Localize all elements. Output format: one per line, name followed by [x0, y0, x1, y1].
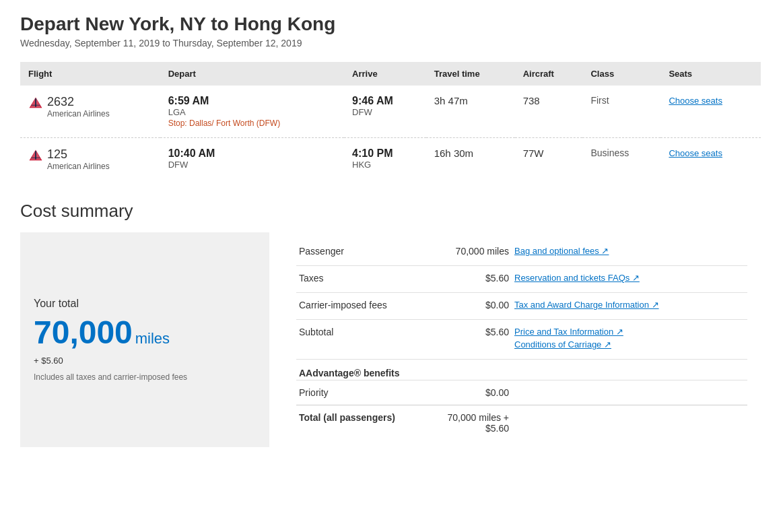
- col-depart: Depart: [160, 62, 344, 86]
- seats-cell-1: Choose seats: [660, 138, 761, 181]
- cost-link-3-1[interactable]: Conditions of Carriage ↗: [514, 339, 745, 350]
- cost-links-1: Reservation and tickets FAQs ↗: [512, 266, 747, 293]
- priority-links: [512, 380, 747, 405]
- cost-row: Taxes $5.60 Reservation and tickets FAQs…: [296, 266, 747, 293]
- cash-amount: + $5.60: [34, 353, 256, 367]
- table-row: 2632 American Airlines 6:59 AM LGA Stop:…: [20, 86, 761, 138]
- cost-summary-title: Cost summary: [20, 201, 761, 222]
- cost-label-1: Taxes: [296, 266, 431, 293]
- includes-text: Includes all taxes and carrier-imposed f…: [34, 372, 256, 382]
- travel-time-value-1: 16h 30m: [434, 147, 507, 159]
- miles-label: miles: [135, 330, 170, 347]
- depart-label: Depart: [20, 13, 80, 34]
- total-value: 70,000 miles + $5.60: [431, 405, 512, 441]
- seats-cell-0: Choose seats: [660, 86, 761, 138]
- cash-plus: + $: [34, 356, 46, 366]
- cost-value-0: 70,000 miles: [431, 239, 512, 266]
- airline-name-1: American Airlines: [47, 162, 110, 171]
- class-cell-1: Business: [582, 138, 660, 181]
- total-row: Total (all passengers) 70,000 miles + $5…: [296, 405, 747, 441]
- arrive-cell-0: 9:46 AM DFW: [344, 86, 426, 138]
- aadvantage-header-row: AAdvantage® benefits: [296, 360, 747, 380]
- total-label: Total (all passengers): [296, 405, 431, 441]
- page-header: Depart New York, NY to Hong Kong Wednesd…: [20, 13, 761, 48]
- cost-link-2-0[interactable]: Tax and Award Charge Information ↗: [514, 300, 745, 310]
- cost-summary-section: Cost summary Your total 70,000 miles + $…: [20, 201, 761, 447]
- depart-airport-1: DFW: [168, 160, 336, 170]
- class-cell-0: First: [582, 86, 660, 138]
- flight-number-0: 2632: [47, 95, 110, 109]
- cost-layout: Your total 70,000 miles + $5.60 Includes…: [20, 232, 761, 447]
- cost-links-0: Bag and optional fees ↗: [512, 239, 747, 266]
- aircraft-code-0: 738: [523, 95, 575, 106]
- cost-link-0-0[interactable]: Bag and optional fees ↗: [514, 246, 745, 256]
- class-value-0: First: [590, 95, 652, 106]
- aadvantage-label: AAdvantage® benefits: [296, 360, 747, 380]
- cost-link-1-0[interactable]: Reservation and tickets FAQs ↗: [514, 273, 745, 283]
- your-total-label: Your total: [34, 298, 256, 310]
- stop-info-0: Stop: Dallas/ Fort Worth (DFW): [168, 119, 336, 128]
- miles-display: 70,000 miles: [34, 315, 256, 351]
- cost-links-3: Price and Tax Information ↗Conditions of…: [512, 320, 747, 360]
- arrive-cell-1: 4:10 PM HKG: [344, 138, 426, 181]
- svg-rect-3: [32, 158, 40, 159]
- priority-row: Priority $0.00: [296, 380, 747, 405]
- route-label: New York, NY to Hong Kong: [85, 13, 335, 34]
- aircraft-cell-1: 77W: [515, 138, 583, 181]
- cost-total-panel: Your total 70,000 miles + $5.60 Includes…: [20, 232, 269, 447]
- table-row: 125 American Airlines 10:40 AM DFW 4:10 …: [20, 138, 761, 181]
- arrive-airport-0: DFW: [352, 107, 418, 117]
- airline-name-0: American Airlines: [47, 109, 110, 119]
- priority-label: Priority: [296, 380, 431, 405]
- flight-cell-0: 2632 American Airlines: [20, 86, 160, 138]
- travel-time-cell-1: 16h 30m: [426, 138, 515, 181]
- cost-label-2: Carrier-imposed fees: [296, 293, 431, 320]
- cost-details-panel: Passenger 70,000 miles Bag and optional …: [269, 232, 761, 447]
- travel-time-cell-0: 3h 47m: [426, 86, 515, 138]
- flight-number-1: 125: [47, 147, 110, 162]
- cost-row: Passenger 70,000 miles Bag and optional …: [296, 239, 747, 266]
- arrive-airport-1: HKG: [352, 160, 418, 170]
- depart-cell-1: 10:40 AM DFW: [160, 138, 344, 181]
- choose-seats-link-1[interactable]: Choose seats: [669, 148, 722, 158]
- cost-label-0: Passenger: [296, 239, 431, 266]
- cost-links-2: Tax and Award Charge Information ↗: [512, 293, 747, 320]
- svg-rect-1: [32, 105, 40, 106]
- col-aircraft: Aircraft: [515, 62, 583, 86]
- cost-row: Carrier-imposed fees $0.00 Tax and Award…: [296, 293, 747, 320]
- class-value-1: Business: [590, 147, 652, 158]
- depart-time-1: 10:40 AM: [168, 147, 336, 160]
- arrive-time-0: 9:46 AM: [352, 95, 418, 107]
- depart-airport-0: LGA: [168, 107, 336, 117]
- cash-value: 5.60: [46, 356, 63, 366]
- col-seats: Seats: [660, 62, 761, 86]
- col-flight: Flight: [20, 62, 160, 86]
- depart-time-0: 6:59 AM: [168, 95, 336, 107]
- flight-cell-1: 125 American Airlines: [20, 138, 160, 181]
- cost-value-2: $0.00: [431, 293, 512, 320]
- table-header-row: Flight Depart Arrive Travel time Aircraf…: [20, 62, 761, 86]
- depart-cell-0: 6:59 AM LGA Stop: Dallas/ Fort Worth (DF…: [160, 86, 344, 138]
- flight-table: Flight Depart Arrive Travel time Aircraf…: [20, 62, 761, 180]
- choose-seats-link-0[interactable]: Choose seats: [669, 96, 722, 106]
- priority-value: $0.00: [431, 380, 512, 405]
- total-links: [512, 405, 747, 441]
- cost-row: Subtotal $5.60 Price and Tax Information…: [296, 320, 747, 360]
- aircraft-code-1: 77W: [523, 147, 575, 159]
- arrive-time-1: 4:10 PM: [352, 147, 418, 160]
- cost-label-3: Subtotal: [296, 320, 431, 360]
- cost-value-3: $5.60: [431, 320, 512, 360]
- cost-link-3-0[interactable]: Price and Tax Information ↗: [514, 327, 745, 337]
- col-class: Class: [582, 62, 660, 86]
- miles-amount: 70,000: [34, 314, 133, 350]
- col-travel-time: Travel time: [426, 62, 515, 86]
- cost-value-1: $5.60: [431, 266, 512, 293]
- aircraft-cell-0: 738: [515, 86, 583, 138]
- page-subtitle: Wednesday, September 11, 2019 to Thursda…: [20, 38, 761, 48]
- page-title: Depart New York, NY to Hong Kong: [20, 13, 761, 35]
- cost-details-table: Passenger 70,000 miles Bag and optional …: [296, 239, 747, 440]
- travel-time-value-0: 3h 47m: [434, 95, 507, 106]
- col-arrive: Arrive: [344, 62, 426, 86]
